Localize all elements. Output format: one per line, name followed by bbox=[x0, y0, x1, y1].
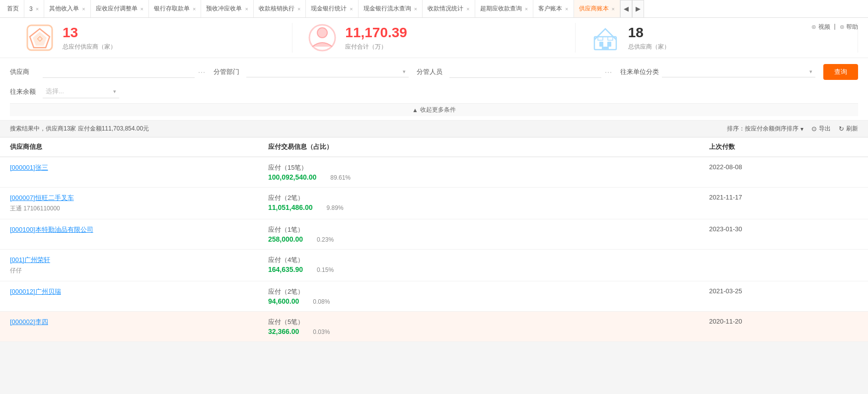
help-link[interactable]: ⊙ 帮助 bbox=[840, 23, 858, 31]
supplier-link-000012[interactable]: [000012]广州贝瑞 bbox=[10, 288, 61, 295]
sort-chevron-icon: ▾ bbox=[800, 126, 803, 132]
supplier-link-000001[interactable]: [000001]张三 bbox=[10, 164, 48, 171]
nav-tab-cash-bank-query[interactable]: 现金银行流水查询 × bbox=[359, 0, 423, 18]
refresh-icon: ↻ bbox=[839, 125, 844, 132]
transaction-count-000001: 应付（15笔） bbox=[268, 163, 709, 172]
nav-tab-prepay-ar[interactable]: 预收冲应收单 × bbox=[201, 0, 253, 18]
supplier-link-000002[interactable]: [000002]李四 bbox=[10, 318, 48, 326]
supplier-input[interactable] bbox=[43, 66, 195, 78]
filter-unit-type: 往来单位分类 ▾ bbox=[620, 66, 816, 77]
nav-tab-home[interactable]: 首页 bbox=[2, 0, 24, 18]
nav-tab-ar-ap-adjust-close[interactable]: × bbox=[141, 6, 144, 12]
filter-person: 分管人员 ··· bbox=[417, 66, 612, 78]
nav-tab-bank-deposit-close[interactable]: × bbox=[193, 6, 196, 12]
nav-tab-3[interactable]: 3 × bbox=[24, 0, 44, 18]
nav-tab-cash-bank-query-close[interactable]: × bbox=[414, 6, 417, 12]
nav-tab-overdue-query[interactable]: 超期应收款查询 × bbox=[475, 0, 533, 18]
transaction-count-000007: 应付（2笔） bbox=[268, 194, 709, 202]
transaction-percent-000002: 0.03% bbox=[313, 328, 330, 335]
nav-tab-supplier-ledger[interactable]: 供应商账本 × bbox=[574, 0, 620, 18]
person-input[interactable] bbox=[449, 66, 601, 78]
summary-links: ⊙ 视频 | ⊙ 帮助 bbox=[811, 23, 858, 31]
collapse-button[interactable]: ▲ 收起更多条件 bbox=[10, 103, 858, 116]
balance-select-value: 选择... bbox=[46, 87, 64, 96]
transaction-percent-000007: 9.89% bbox=[327, 204, 344, 211]
supplier-col-000100: [000100]本特勤油品有限公司 bbox=[10, 225, 268, 234]
sort-dropdown[interactable]: 排序：按应付余额倒序排序 ▾ bbox=[727, 125, 803, 133]
nav-tab-bank-deposit[interactable]: 银行存取款单 × bbox=[149, 0, 201, 18]
last-payment-value-000100: 2023-01-30 bbox=[709, 225, 742, 233]
nav-tab-customer-ledger-close[interactable]: × bbox=[565, 6, 568, 12]
ap-suppliers-info: 13 总应付供应商（家） bbox=[63, 24, 277, 52]
nav-tab-receipt-exec-close[interactable]: × bbox=[297, 6, 300, 12]
nav-tab-other-income-label: 其他收入单 bbox=[49, 4, 79, 13]
supplier-col-000012: [000012]广州贝瑞 bbox=[10, 287, 268, 296]
svg-rect-7 bbox=[599, 42, 603, 47]
nav-tab-cash-bank-stat-close[interactable]: × bbox=[350, 6, 353, 12]
person-dots-icon[interactable]: ··· bbox=[604, 67, 612, 77]
unit-type-chevron-icon: ▾ bbox=[809, 68, 812, 75]
video-link[interactable]: ⊙ 视频 bbox=[811, 23, 830, 31]
nav-tab-receipt-stat-close[interactable]: × bbox=[466, 6, 469, 12]
filter-person-label: 分管人员 bbox=[417, 67, 446, 76]
nav-tab-ar-ap-adjust-label: 应收应付调整单 bbox=[96, 4, 138, 13]
search-button[interactable]: 查询 bbox=[823, 64, 858, 80]
nav-tab-other-income-close[interactable]: × bbox=[82, 6, 85, 12]
filter-balance: 往来余额 选择... ▾ bbox=[10, 85, 119, 98]
last-payment-col-000012: 2021-03-25 bbox=[709, 287, 858, 295]
nav-tab-cash-bank-stat-label: 现金银行统计 bbox=[311, 4, 347, 13]
sort-label: 排序：按应付余额倒序排序 bbox=[727, 125, 798, 133]
supplier-link-001[interactable]: [001]广州荣轩 bbox=[10, 256, 50, 263]
supplier-link-000007[interactable]: [000007]恒旺二手叉车 bbox=[10, 194, 74, 201]
transaction-amount-000001[interactable]: 100,092,540.00 bbox=[268, 173, 316, 181]
nav-tab-receipt-stat[interactable]: 收款情况统计 × bbox=[423, 0, 475, 18]
nav-tab-supplier-ledger-close[interactable]: × bbox=[612, 6, 615, 12]
transaction-amount-000012[interactable]: 94,600.00 bbox=[268, 297, 299, 305]
supplier-col-001: [001]广州荣轩 仔仔 bbox=[10, 256, 268, 275]
unit-type-select[interactable]: ▾ bbox=[662, 66, 816, 77]
nav-tab-overdue-query-label: 超期应收款查询 bbox=[480, 4, 522, 13]
svg-text:◇: ◇ bbox=[37, 34, 43, 42]
last-payment-value-000007: 2021-11-17 bbox=[709, 194, 742, 201]
result-bar: 搜索结果中，供应商13家 应付金额111,703,854.00元 排序：按应付余… bbox=[0, 121, 868, 137]
transaction-col-000007: 应付（2笔） 11,051,486.00 9.89% bbox=[268, 194, 709, 211]
last-payment-col-000007: 2021-11-17 bbox=[709, 194, 858, 201]
transaction-amount-001[interactable]: 164,635.90 bbox=[268, 265, 303, 273]
nav-tab-overdue-query-close[interactable]: × bbox=[525, 6, 528, 12]
supplier-col-000001: [000001]张三 bbox=[10, 163, 268, 172]
table-row-highlighted: [000002]李四 应付（5笔） 32,366.00 0.03% 2020-1… bbox=[0, 312, 868, 342]
nav-tab-3-label: 3 bbox=[29, 5, 33, 12]
table-row: [000012]广州贝瑞 应付（2笔） 94,600.00 0.08% 2021… bbox=[0, 281, 868, 312]
nav-tab-customer-ledger[interactable]: 客户账本 × bbox=[533, 0, 574, 18]
dept-select[interactable]: ▾ bbox=[246, 66, 409, 77]
refresh-button[interactable]: ↻ 刷新 bbox=[839, 125, 858, 133]
balance-chevron-icon: ▾ bbox=[113, 88, 116, 95]
ap-amount-label: 应付合计（万） bbox=[345, 43, 560, 51]
nav-tab-3-close[interactable]: × bbox=[36, 6, 39, 12]
export-button[interactable]: ⊙ 导出 bbox=[811, 125, 831, 133]
nav-tab-ar-ap-adjust[interactable]: 应收应付调整单 × bbox=[91, 0, 149, 18]
collapse-label: 收起更多条件 bbox=[420, 106, 456, 114]
supplier-col-000002: [000002]李四 bbox=[10, 318, 268, 327]
nav-tab-supplier-ledger-label: 供应商账本 bbox=[579, 4, 609, 13]
transaction-amount-000007[interactable]: 11,051,486.00 bbox=[268, 203, 313, 211]
filter-dept: 分管部门 ▾ bbox=[214, 66, 409, 77]
last-payment-col-000002: 2020-11-20 bbox=[709, 318, 858, 325]
table-row: [000001]张三 应付（15笔） 100,092,540.00 89.61%… bbox=[0, 157, 868, 188]
nav-tab-cash-bank-stat[interactable]: 现金银行统计 × bbox=[306, 0, 358, 18]
filter-row-2: 往来余额 选择... ▾ bbox=[10, 85, 858, 98]
nav-tab-prepay-ar-close[interactable]: × bbox=[245, 6, 248, 12]
transaction-col-000002: 应付（5笔） 32,366.00 0.03% bbox=[268, 318, 709, 335]
transaction-col-000001: 应付（15笔） 100,092,540.00 89.61% bbox=[268, 163, 709, 181]
nav-tab-receipt-exec[interactable]: 收款核销执行 × bbox=[254, 0, 306, 18]
transaction-amount-000002[interactable]: 32,366.00 bbox=[268, 328, 299, 335]
supplier-dots-icon[interactable]: ··· bbox=[198, 67, 205, 77]
nav-prev-arrow[interactable]: ◀ bbox=[620, 0, 632, 18]
supplier-link-000100[interactable]: [000100]本特勤油品有限公司 bbox=[10, 226, 93, 233]
filter-unit-type-label: 往来单位分类 bbox=[620, 67, 659, 76]
nav-next-arrow[interactable]: ▶ bbox=[632, 0, 644, 18]
balance-select[interactable]: 选择... ▾ bbox=[43, 85, 119, 98]
transaction-percent-000100: 0.23% bbox=[317, 236, 334, 243]
transaction-amount-000100[interactable]: 258,000.00 bbox=[268, 235, 303, 243]
nav-tab-other-income[interactable]: 其他收入单 × bbox=[44, 0, 90, 18]
